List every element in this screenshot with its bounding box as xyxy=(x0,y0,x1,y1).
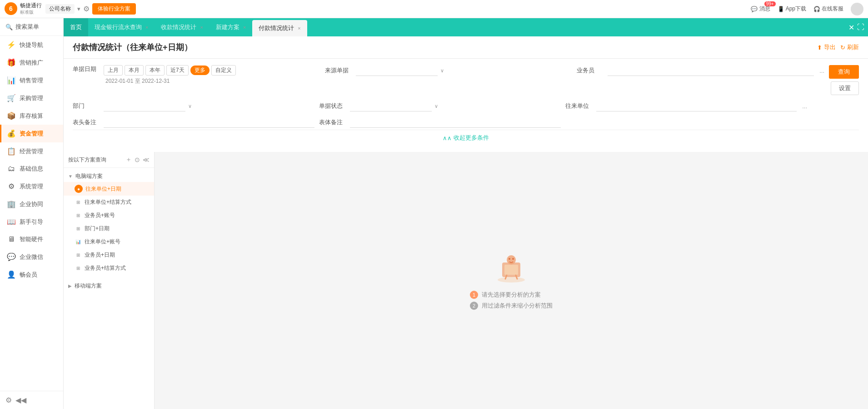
message-icon: 💬 xyxy=(751,6,758,12)
date-btn-7days[interactable]: 近7天 xyxy=(166,65,189,76)
expand-arrow: ▼ xyxy=(68,174,73,179)
header-right: 💬 消息 99+ 📱 App下载 🎧 在线客服 xyxy=(751,3,863,15)
close-all-icon[interactable]: ✕ xyxy=(848,23,854,32)
sidebar-item-member[interactable]: 👤 畅会员 xyxy=(0,266,63,283)
source-select[interactable] xyxy=(356,65,438,76)
panel-actions: ＋ ⊙ ≪ xyxy=(125,156,150,164)
desktop-group-header[interactable]: ▼ 电脑端方案 xyxy=(64,171,154,182)
scheme-item-counterpart-account[interactable]: 📊 往来单位+账号 xyxy=(64,235,154,248)
tab-new-scheme-label: 新建方案 xyxy=(216,23,239,31)
sidebar-item-finance[interactable]: 💰 资金管理 xyxy=(0,125,63,142)
dept-label: 部门 xyxy=(73,102,100,110)
sidebar-item-hardware[interactable]: 🖥 智能硬件 xyxy=(0,231,63,248)
date-btn-more[interactable]: 更多 xyxy=(190,66,210,75)
settings-small-button[interactable]: 设置 xyxy=(831,81,859,95)
status-select[interactable] xyxy=(350,101,432,111)
refresh-button[interactable]: ↻ 刷新 xyxy=(840,43,859,51)
scheme-item-salesman-settle[interactable]: ⊞ 业务员+结算方式 xyxy=(64,262,154,275)
search-icon: 🔍 xyxy=(5,24,13,30)
collapse-sidebar-icon[interactable]: ◀◀ xyxy=(15,396,26,404)
collapse-panel-icon[interactable]: ≪ xyxy=(143,156,150,163)
hint-item-1: 1 请先选择要分析的方案 xyxy=(470,291,553,299)
online-service-label: 在线客服 xyxy=(822,5,843,13)
sidebar-item-label: 系统管理 xyxy=(20,182,43,191)
maximize-icon[interactable]: ⛶ xyxy=(857,23,864,31)
scheme-item-counterpart-date[interactable]: ● 往来单位+日期 xyxy=(64,182,154,196)
tab-cash-flow[interactable]: 现金银行流水查询 × xyxy=(88,18,155,36)
quick-nav-icon: ⚡ xyxy=(7,40,16,49)
date-btn-last-month[interactable]: 上月 xyxy=(104,65,123,76)
sidebar-item-purchase[interactable]: 🛒 采购管理 xyxy=(0,89,63,107)
sidebar-item-label: 企业协同 xyxy=(20,200,43,208)
tab-new-scheme-close[interactable]: × xyxy=(243,25,246,30)
status-label: 单据状态 xyxy=(319,102,346,110)
tab-payment-stat[interactable]: 付款情况统计 × xyxy=(252,20,307,36)
sidebar-search[interactable]: 🔍 搜索菜单 xyxy=(0,18,63,36)
online-service[interactable]: 🎧 在线客服 xyxy=(813,5,843,13)
sidebar-item-system[interactable]: ⚙ 系统管理 xyxy=(0,177,63,195)
salesman-input[interactable] xyxy=(608,65,814,76)
mobile-group-label: 移动端方案 xyxy=(75,282,102,290)
scheme-item-dept-date[interactable]: ⊞ 部门+日期 xyxy=(64,222,154,235)
desktop-schemes-group: ▼ 电脑端方案 ● 往来单位+日期 ⊞ 往来单位+结算方式 ⊞ xyxy=(64,168,154,278)
purchase-icon: 🛒 xyxy=(7,94,16,102)
date-range-display[interactable]: 2022-01-01 至 2022-12-31 xyxy=(105,77,236,85)
header-note-input[interactable] xyxy=(104,117,314,128)
scheme-item-salesman-date[interactable]: ⊞ 业务员+日期 xyxy=(64,248,154,262)
counterpart-ellipsis[interactable]: ... xyxy=(802,103,807,110)
scheme-active-icon: ● xyxy=(75,185,83,193)
message-area[interactable]: 💬 消息 99+ xyxy=(751,5,770,13)
main-body: 按以下方案查询 ＋ ⊙ ≪ ▼ 电脑端方案 ● xyxy=(64,152,868,409)
tab-cash-flow-close[interactable]: × xyxy=(145,25,148,30)
body-note-label: 表体备注 xyxy=(319,118,346,126)
sidebar-item-basic-info[interactable]: 🗂 基础信息 xyxy=(0,160,63,177)
export-button[interactable]: ⬆ 导出 xyxy=(817,43,836,51)
avatar[interactable] xyxy=(851,3,863,15)
scheme-item-salesman-account[interactable]: ⊞ 业务员+账号 xyxy=(64,209,154,222)
tab-new-scheme[interactable]: 新建方案 × xyxy=(210,18,252,36)
hint-num-1: 1 xyxy=(470,291,478,299)
scheme-label: 业务员+结算方式 xyxy=(85,264,126,272)
sidebar-item-operations[interactable]: 📋 经营管理 xyxy=(0,142,63,160)
sidebar-item-marketing[interactable]: 🎁 营销推广 xyxy=(0,54,63,71)
body-note-input[interactable] xyxy=(350,117,561,128)
tab-payment-stat-close[interactable]: × xyxy=(298,25,300,31)
gear-bottom-icon[interactable]: ⚙ xyxy=(5,396,12,404)
counterpart-input[interactable] xyxy=(596,101,797,111)
tab-receipt-stat[interactable]: 收款情况统计 × xyxy=(155,18,209,36)
sidebar-item-inventory[interactable]: 📦 库存核算 xyxy=(0,107,63,125)
scheme-settings-icon[interactable]: ⊙ xyxy=(135,156,140,163)
logo-icon: 6 xyxy=(5,2,17,15)
date-btn-this-month[interactable]: 本月 xyxy=(125,65,144,76)
sidebar-item-sales[interactable]: 📊 销售管理 xyxy=(0,71,63,89)
sidebar-item-label: 销售管理 xyxy=(20,76,43,85)
tab-receipt-stat-close[interactable]: × xyxy=(200,25,203,30)
tab-home[interactable]: 首页 xyxy=(64,18,88,36)
svg-point-4 xyxy=(509,258,510,260)
sidebar-item-guide[interactable]: 📖 新手引导 xyxy=(0,213,63,231)
query-button[interactable]: 查询 xyxy=(829,65,859,79)
sidebar-item-label: 企业微信 xyxy=(20,253,43,261)
mobile-group-header[interactable]: ▶ 移动端方案 xyxy=(64,280,154,292)
collapse-button[interactable]: ∧∧ 收起更多条件 xyxy=(73,130,859,146)
settings-icon[interactable]: ⚙ xyxy=(83,5,90,13)
app-download[interactable]: 📱 App下载 xyxy=(778,5,806,13)
salesman-ellipsis[interactable]: ... xyxy=(819,67,824,74)
sidebar-item-weixin[interactable]: 💬 企业微信 xyxy=(0,248,63,266)
sidebar-item-label: 快捷导航 xyxy=(20,41,43,49)
dropdown-icon[interactable]: ▾ xyxy=(77,5,80,12)
trial-button[interactable]: 体验行业方案 xyxy=(92,3,136,15)
dept-select-wrapper xyxy=(104,101,195,111)
tab-bar-end: ✕ ⛶ xyxy=(848,23,868,32)
headset-icon: 🎧 xyxy=(813,6,820,12)
add-scheme-icon[interactable]: ＋ xyxy=(125,156,132,164)
sidebar-item-quick-nav[interactable]: ⚡ 快捷导航 xyxy=(0,36,63,54)
date-btn-custom[interactable]: 自定义 xyxy=(211,65,236,76)
sidebar-item-cooperation[interactable]: 🏢 企业协同 xyxy=(0,195,63,213)
scheme-item-counterpart-settle[interactable]: ⊞ 往来单位+结算方式 xyxy=(64,196,154,209)
dept-select[interactable] xyxy=(104,101,185,111)
date-btn-this-year[interactable]: 本年 xyxy=(145,65,165,76)
sidebar-item-label: 智能硬件 xyxy=(20,235,43,243)
company-name[interactable]: 公司名称 xyxy=(45,4,75,14)
app-download-label: App下载 xyxy=(786,5,806,13)
